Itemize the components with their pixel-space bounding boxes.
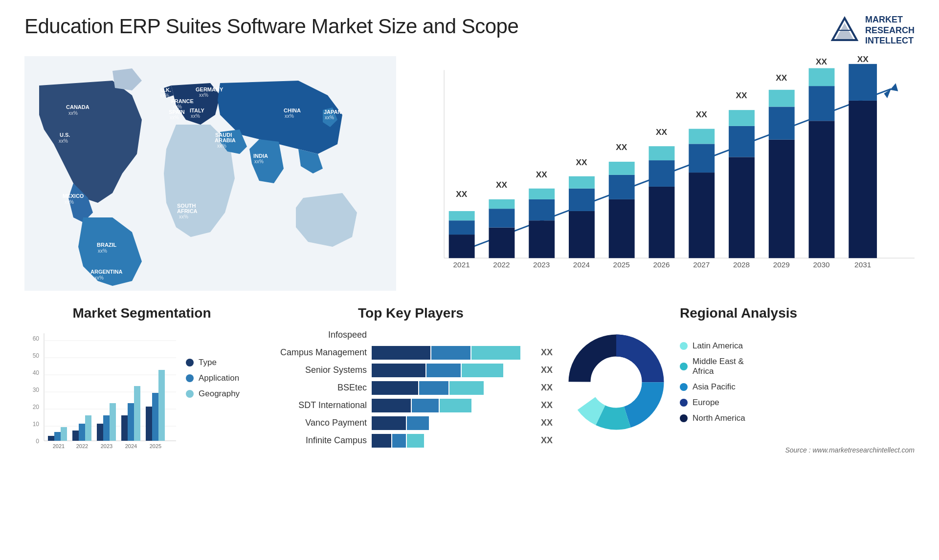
- player-row-senior: Senior Systems XX: [269, 364, 553, 377]
- svg-rect-125: [121, 415, 128, 441]
- svg-text:ARGENTINA: ARGENTINA: [90, 269, 122, 275]
- page-container: Education ERP Suites Software Market Siz…: [0, 0, 939, 560]
- svg-marker-43: [890, 83, 898, 91]
- svg-text:2026: 2026: [653, 260, 670, 269]
- svg-rect-114: [54, 432, 61, 441]
- player-name-sdt: SDT International: [269, 400, 367, 410]
- player-bar-infospeed: [372, 328, 553, 342]
- legend-item-application: Application: [186, 373, 240, 383]
- bar-dark-infinite: [372, 434, 391, 448]
- svg-text:U.K.: U.K.: [160, 87, 171, 93]
- svg-text:XX: XX: [816, 57, 827, 66]
- legend-dot-type: [186, 359, 194, 366]
- legend-item-type: Type: [186, 358, 240, 367]
- legend-dot-mea: [680, 363, 688, 370]
- logo-line3: INTELLECT: [865, 36, 915, 46]
- svg-text:30: 30: [33, 387, 40, 393]
- svg-rect-90: [809, 86, 835, 121]
- svg-text:2028: 2028: [733, 260, 750, 269]
- svg-rect-79: [729, 157, 755, 258]
- map-section: CANADA xx% U.S. xx% MEXICO xx% BRAZIL xx…: [24, 56, 396, 291]
- svg-text:XX: XX: [857, 56, 869, 64]
- svg-rect-94: [849, 101, 877, 258]
- bar-dark-vanco: [372, 416, 406, 430]
- legend-dot-europe: [680, 399, 688, 407]
- bar-mid-vanco: [407, 416, 429, 430]
- legend-label-application: Application: [199, 373, 239, 383]
- player-val-campus: XX: [541, 347, 553, 358]
- svg-rect-115: [61, 427, 67, 441]
- player-name-campus: Campus Management: [269, 347, 367, 358]
- player-bar-campus: [372, 346, 534, 360]
- svg-text:XX: XX: [616, 142, 627, 152]
- svg-text:SPAIN: SPAIN: [169, 109, 185, 115]
- bar-dark-sdt: [372, 399, 411, 412]
- growth-chart-svg: XX 2021 XX 2022 XX 2023 XX 2024: [421, 56, 915, 291]
- legend-item-asia: Asia Pacific: [680, 382, 745, 392]
- svg-rect-64: [609, 199, 635, 258]
- player-row-sdt: SDT International XX: [269, 399, 553, 412]
- svg-text:2027: 2027: [693, 260, 710, 269]
- svg-text:U.S.: U.S.: [60, 132, 70, 138]
- svg-text:ARABIA: ARABIA: [215, 137, 236, 143]
- svg-rect-117: [72, 431, 79, 441]
- svg-text:10: 10: [33, 421, 40, 428]
- bar-mid-bsetec: [419, 381, 448, 395]
- legend-label-type: Type: [199, 358, 217, 367]
- growth-chart-section: XX 2021 XX 2022 XX 2023 XX 2024: [411, 56, 915, 291]
- svg-text:xx%: xx%: [325, 115, 334, 120]
- svg-text:60: 60: [33, 335, 40, 342]
- player-name-infospeed: Infospeed: [269, 330, 367, 340]
- svg-rect-84: [769, 140, 795, 258]
- player-row-vanco: Vanco Payment XX: [269, 416, 553, 430]
- svg-rect-60: [569, 189, 595, 211]
- main-content: CANADA xx% U.S. xx% MEXICO xx% BRAZIL xx…: [24, 56, 915, 291]
- svg-text:XX: XX: [656, 127, 668, 137]
- logo-line1: MARKET: [865, 15, 915, 25]
- svg-text:xx%: xx%: [68, 110, 78, 116]
- svg-rect-65: [609, 175, 635, 199]
- svg-rect-71: [649, 146, 675, 160]
- svg-rect-51: [489, 199, 514, 209]
- svg-point-138: [591, 357, 642, 408]
- svg-text:2021: 2021: [53, 443, 65, 449]
- svg-text:20: 20: [33, 404, 40, 410]
- svg-rect-56: [529, 189, 555, 199]
- legend-label-latin: Latin America: [693, 341, 743, 351]
- svg-text:XX: XX: [496, 180, 508, 190]
- svg-text:2024: 2024: [573, 260, 590, 269]
- svg-text:xx%: xx%: [199, 92, 208, 98]
- svg-rect-61: [569, 176, 595, 189]
- svg-text:xx%: xx%: [170, 115, 179, 120]
- svg-text:2030: 2030: [813, 260, 829, 269]
- legend-label-mea: Middle East &Africa: [693, 357, 744, 376]
- svg-rect-45: [449, 220, 475, 235]
- bar-dark-bsetec: [372, 381, 418, 395]
- player-bar-bsetec: [372, 381, 534, 395]
- svg-text:2025: 2025: [150, 443, 161, 449]
- svg-text:2029: 2029: [773, 260, 790, 269]
- svg-text:xx%: xx%: [94, 275, 104, 280]
- player-name-senior: Senior Systems: [269, 365, 367, 375]
- legend-item-na: North America: [680, 413, 745, 423]
- bar-light-infinite: [407, 434, 424, 448]
- svg-text:JAPAN: JAPAN: [324, 109, 342, 115]
- svg-text:MEXICO: MEXICO: [63, 193, 84, 199]
- bar-light-sdt: [440, 399, 471, 412]
- svg-rect-95: [849, 64, 877, 101]
- segmentation-legend: Type Application Geography: [186, 358, 240, 399]
- legend-item-geography: Geography: [186, 389, 240, 399]
- bar-mid-senior: [426, 364, 461, 377]
- donut-container: Latin America Middle East &Africa Asia P…: [562, 328, 915, 436]
- player-val-sdt: XX: [541, 400, 553, 410]
- players-title: Top Key Players: [269, 305, 553, 321]
- svg-rect-81: [729, 110, 755, 126]
- svg-text:INDIA: INDIA: [253, 153, 268, 159]
- svg-text:XX: XX: [736, 90, 747, 100]
- svg-rect-91: [809, 68, 835, 86]
- player-val-senior: XX: [541, 365, 553, 375]
- segmentation-chart-svg: 0 10 20 30 40 50 60: [24, 328, 181, 465]
- regional-legend: Latin America Middle East &Africa Asia P…: [680, 341, 745, 423]
- logo-text: MARKET RESEARCH INTELLECT: [865, 15, 915, 46]
- svg-text:xx%: xx%: [179, 214, 188, 219]
